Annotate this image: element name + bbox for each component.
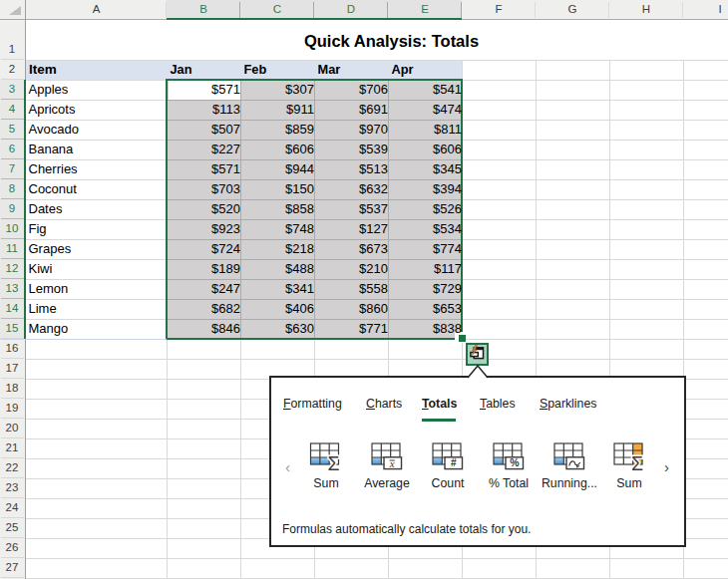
svg-text:Σ: Σ — [328, 452, 340, 474]
svg-text:#: # — [451, 457, 457, 468]
svg-text:Σ: Σ — [631, 452, 643, 474]
svg-text:x: x — [389, 457, 395, 469]
svg-text:%: % — [510, 456, 520, 468]
